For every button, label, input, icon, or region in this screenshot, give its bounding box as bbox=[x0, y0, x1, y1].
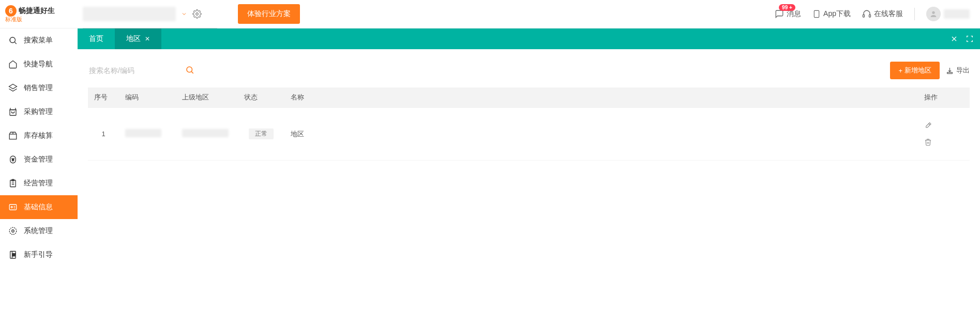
sidebar-item-label: 搜索菜单 bbox=[24, 36, 53, 45]
search-wrap bbox=[88, 63, 197, 78]
svg-point-32 bbox=[187, 67, 192, 73]
online-service-label: 在线客服 bbox=[874, 9, 903, 19]
gear-dashed-icon bbox=[8, 226, 18, 236]
svg-rect-21 bbox=[9, 205, 17, 210]
sidebar-item-label: 系统管理 bbox=[24, 226, 53, 236]
sidebar-item-money[interactable]: ¥资金管理 bbox=[0, 148, 78, 171]
col-parent: 上级地区 bbox=[176, 88, 238, 108]
sidebar-item-label: 经营管理 bbox=[24, 179, 53, 188]
svg-rect-12 bbox=[10, 110, 16, 115]
delete-icon[interactable] bbox=[924, 138, 963, 146]
tag-icon bbox=[8, 83, 18, 93]
sidebar-item-home[interactable]: 快捷导航 bbox=[0, 52, 78, 76]
svg-line-10 bbox=[14, 42, 16, 44]
table-row: 1正常地区 bbox=[88, 108, 970, 161]
tab-1[interactable]: 地区✕ bbox=[115, 28, 161, 49]
clipboard-icon bbox=[8, 179, 18, 188]
main-area: 首页地区✕ + bbox=[78, 28, 980, 333]
edit-icon[interactable] bbox=[924, 122, 963, 129]
svg-rect-13 bbox=[9, 134, 17, 139]
col-status: 状态 bbox=[238, 88, 284, 108]
fullscreen-icon[interactable] bbox=[966, 35, 974, 43]
messages-button[interactable]: 99 + 消息 bbox=[775, 9, 801, 19]
logo-icon: 6 bbox=[5, 5, 17, 17]
cell-parent bbox=[176, 108, 238, 161]
bag-icon bbox=[8, 107, 18, 117]
logo-area: 6 畅捷通好生 标准版 bbox=[0, 5, 78, 23]
svg-point-8 bbox=[932, 11, 934, 14]
toolbar: + 新增地区 导出 bbox=[88, 62, 970, 79]
book-icon: 新 bbox=[8, 250, 18, 259]
sidebar-item-label: 采购管理 bbox=[24, 107, 53, 117]
sidebar-item-clipboard[interactable]: 经营管理 bbox=[0, 171, 78, 195]
tab-bar: 首页地区✕ bbox=[78, 28, 980, 49]
app-header: 6 畅捷通好生 标准版 体验行业方案 99 + 消息 App下载 bbox=[0, 0, 980, 28]
sidebar-item-label: 库存核算 bbox=[24, 131, 53, 140]
divider bbox=[914, 8, 915, 20]
logo-subtitle: 标准版 bbox=[5, 16, 22, 23]
user-menu[interactable] bbox=[926, 7, 970, 21]
sidebar-item-label: 新手引导 bbox=[24, 250, 53, 259]
cell-status: 正常 bbox=[238, 108, 284, 161]
svg-rect-6 bbox=[863, 15, 865, 18]
cell-ops bbox=[918, 108, 970, 161]
svg-rect-34 bbox=[947, 72, 953, 74]
app-download-label: App下载 bbox=[823, 9, 851, 19]
avatar-icon bbox=[926, 7, 941, 21]
plus-icon: + bbox=[898, 67, 902, 75]
sidebar-item-search[interactable]: 搜索菜单 bbox=[0, 28, 78, 52]
svg-text:¥: ¥ bbox=[12, 157, 14, 162]
sidebar-item-tag[interactable]: 销售管理 bbox=[0, 76, 78, 100]
content-panel: + 新增地区 导出 序号 编码 上级地区 状态 bbox=[78, 49, 980, 333]
search-icon[interactable] bbox=[185, 65, 194, 75]
sidebar-item-card[interactable]: 基础信息 bbox=[0, 195, 78, 219]
sidebar-item-label: 销售管理 bbox=[24, 83, 53, 93]
close-icon[interactable]: ✕ bbox=[145, 35, 150, 42]
cell-seq: 1 bbox=[88, 108, 119, 161]
svg-rect-7 bbox=[869, 15, 871, 18]
sidebar-item-book[interactable]: 新新手引导 bbox=[0, 243, 78, 267]
settings-icon[interactable] bbox=[192, 9, 202, 19]
online-service-button[interactable]: 在线客服 bbox=[862, 9, 903, 19]
sidebar-item-bag[interactable]: 采购管理 bbox=[0, 100, 78, 124]
sidebar-item-label: 快捷导航 bbox=[24, 60, 53, 69]
svg-line-33 bbox=[191, 71, 193, 73]
col-seq: 序号 bbox=[88, 88, 119, 108]
org-name-placeholder bbox=[83, 7, 176, 21]
home-icon bbox=[8, 60, 18, 69]
col-code: 编码 bbox=[119, 88, 176, 108]
tab-label: 地区 bbox=[126, 34, 141, 44]
experience-plan-button[interactable]: 体验行业方案 bbox=[238, 4, 300, 24]
search-icon bbox=[8, 36, 18, 45]
export-icon bbox=[946, 67, 954, 75]
sidebar-item-gear-dashed[interactable]: 系统管理 bbox=[0, 219, 78, 243]
col-name: 名称 bbox=[284, 88, 918, 108]
tab-0[interactable]: 首页 bbox=[78, 28, 115, 49]
phone-icon bbox=[812, 9, 821, 19]
card-icon bbox=[8, 202, 18, 212]
user-name-placeholder bbox=[944, 9, 970, 19]
app-download-button[interactable]: App下载 bbox=[812, 9, 851, 19]
region-table: 序号 编码 上级地区 状态 名称 操作 1正常地区 bbox=[88, 88, 970, 161]
col-ops: 操作 bbox=[918, 88, 970, 108]
add-region-button[interactable]: + 新增地区 bbox=[890, 62, 940, 79]
sidebar-item-box[interactable]: 库存核算 bbox=[0, 124, 78, 148]
logo-text: 畅捷通好生 bbox=[19, 6, 55, 16]
tab-label: 首页 bbox=[89, 34, 103, 44]
svg-point-25 bbox=[9, 227, 17, 235]
close-all-tabs-icon[interactable] bbox=[950, 35, 958, 43]
svg-rect-4 bbox=[814, 10, 819, 17]
svg-point-0 bbox=[196, 13, 199, 16]
search-input[interactable] bbox=[88, 63, 197, 78]
org-selector[interactable] bbox=[83, 7, 217, 21]
money-icon: ¥ bbox=[8, 155, 18, 164]
export-button[interactable]: 导出 bbox=[946, 66, 970, 75]
cell-code bbox=[119, 108, 176, 161]
svg-point-9 bbox=[10, 37, 16, 43]
svg-point-22 bbox=[11, 207, 12, 208]
sidebar: 搜索菜单快捷导航销售管理采购管理库存核算¥资金管理经营管理基础信息系统管理新新手… bbox=[0, 28, 78, 333]
sidebar-item-label: 基础信息 bbox=[24, 202, 53, 212]
svg-point-26 bbox=[12, 230, 14, 233]
add-region-label: 新增地区 bbox=[904, 66, 931, 75]
export-label: 导出 bbox=[956, 66, 970, 75]
